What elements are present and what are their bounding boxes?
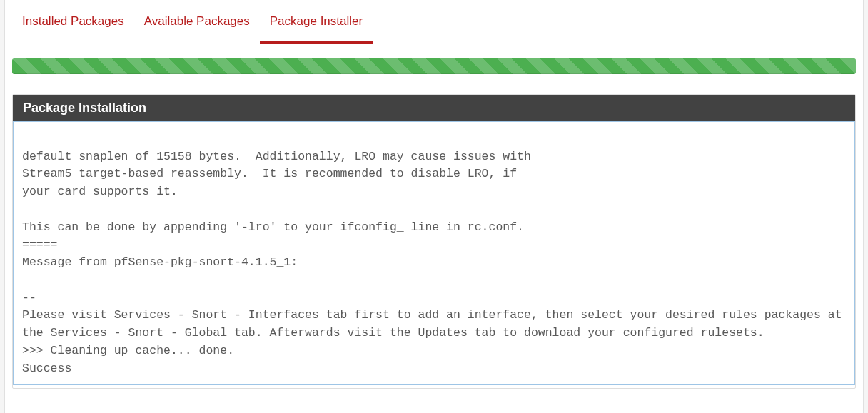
tab-package-installer[interactable]: Package Installer: [260, 0, 373, 44]
panel-body: [13, 121, 855, 388]
content-area: Package Installation: [5, 44, 863, 403]
tab-installed-packages[interactable]: Installed Packages: [12, 0, 134, 44]
page-container: Installed Packages Available Packages Pa…: [4, 0, 864, 413]
tab-available-packages[interactable]: Available Packages: [134, 0, 260, 44]
panel-title: Package Installation: [13, 95, 855, 121]
install-log-textarea[interactable]: [13, 121, 855, 385]
tabs-bar: Installed Packages Available Packages Pa…: [5, 0, 863, 44]
install-progress-bar: [12, 58, 856, 74]
package-installation-panel: Package Installation: [12, 94, 856, 389]
